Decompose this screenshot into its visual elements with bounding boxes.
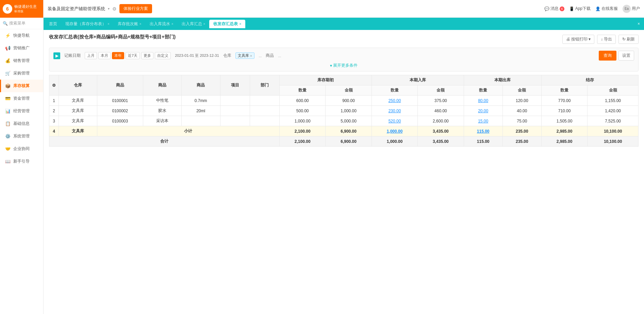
expand-conditions-button[interactable]: ▾ 展开更多条件 (53, 63, 634, 68)
row-out-qty[interactable]: 80.00 (464, 96, 502, 106)
system-icon: ⚙️ (5, 134, 11, 139)
tab-inout-flow[interactable]: 出入库流水 × (146, 20, 178, 28)
export-button[interactable]: ↓ 导出 (597, 35, 616, 44)
filter-row-1: ▶ 记账日期 上月 本月 本年 近7天 更多 自定义 2023-01-01 至 … (53, 51, 634, 61)
row-bal-qty: 710.00 (541, 106, 587, 116)
sidebar-item-guide[interactable]: 📖 新手引导 (0, 155, 43, 168)
trial-button[interactable]: 体验行业方案 (119, 4, 152, 13)
tab-label: 现存量（库存分布表） (65, 21, 106, 27)
date-btn-last-month[interactable]: 上月 (85, 52, 97, 59)
tab-inout-summary[interactable]: 出入库汇总 × (178, 20, 210, 28)
sidebar-item-label: 企业协同 (13, 146, 30, 152)
subtotal-in-qty[interactable]: 1,000.00 (371, 126, 417, 136)
col-in-header: 本期入库 (371, 75, 464, 85)
col-settings[interactable]: ⚙ (49, 75, 59, 96)
logo-icon: 6 (3, 4, 12, 14)
warehouse-tag-close[interactable]: × (250, 54, 252, 58)
subtotal-row: 4 文具库 小计 2,100.00 6,900.00 1,000.00 3,43… (49, 126, 639, 136)
subtotal-no: 4 (49, 126, 59, 136)
row-open-qty: 600.00 (280, 96, 326, 106)
date-btn-more[interactable]: 更多 (141, 52, 153, 59)
sidebar-item-inventory[interactable]: 📦 库存核算 (0, 80, 43, 92)
tab-close-icon[interactable]: × (203, 22, 205, 26)
row-open-amt: 5,000.00 (326, 116, 371, 126)
service-icon: 👤 (595, 6, 600, 11)
date-btn-this-year[interactable]: 本年 (112, 52, 124, 59)
tab-batch-account[interactable]: 库存批次账 × (114, 20, 146, 28)
row-in-qty[interactable]: 520.00 (371, 116, 417, 126)
subtotal-out-qty[interactable]: 115.00 (464, 126, 502, 136)
sidebar-item-shortcut[interactable]: ⚡ 快捷导航 (0, 29, 43, 42)
sidebar-item-label: 采购管理 (13, 70, 30, 76)
sidebar-item-sales[interactable]: 💰 销售管理 (0, 54, 43, 67)
row-bal-qty: 1,505.00 (541, 116, 587, 126)
app-download-item[interactable]: 📱 App下载 (569, 6, 591, 12)
notification-label: 消息 (550, 6, 559, 12)
marketing-icon: 📢 (5, 46, 11, 51)
tab-close-icon[interactable]: × (108, 22, 110, 26)
sidebar-search[interactable]: 🔍 搜索菜单 (0, 18, 43, 29)
page-title: 收发存汇总表(按仓库+商品编码+商品+规格型号+项目+部门) (49, 34, 176, 40)
refresh-button[interactable]: ↻ 刷新 (618, 35, 639, 44)
tab-close-icon[interactable]: × (171, 22, 174, 26)
dropdown-arrow-icon: ▾ (589, 37, 591, 42)
sidebar-item-label: 库存核算 (13, 83, 30, 89)
user-label: 用户 (632, 6, 640, 12)
date-btn-this-month[interactable]: 本月 (98, 52, 111, 59)
tab-close-icon[interactable]: × (139, 22, 142, 26)
search-label: 搜索菜单 (9, 20, 26, 26)
total-open-qty: 2,100.00 (280, 136, 326, 147)
online-service-item[interactable]: 👤 在线客服 (595, 6, 618, 12)
notification-badge: 6 (560, 6, 564, 11)
sidebar-item-basic[interactable]: 📋 基础信息 (0, 117, 43, 130)
settings-button[interactable]: 设置 (618, 51, 634, 61)
collab-icon: 🤝 (5, 146, 11, 151)
tab-close-icon[interactable]: × (239, 22, 241, 26)
col-out-header: 本期出库 (464, 75, 541, 85)
system-dropdown-icon[interactable]: ▾ (108, 7, 110, 11)
print-button[interactable]: 🖨 按钮打印 ▾ (562, 35, 594, 44)
table-row: 3 文具库 0100003 采访本 1,000.00 5,000.00 520.… (49, 116, 639, 126)
row-dept (250, 106, 279, 116)
user-item[interactable]: Ea 用户 (623, 5, 640, 13)
warehouse-more[interactable]: ... (259, 54, 262, 58)
sidebar-item-business[interactable]: 📊 经营管理 (0, 105, 43, 117)
sidebar-logo: 6 畅捷通好生意 标准版 (0, 0, 43, 18)
row-in-qty[interactable]: 250.00 (371, 96, 417, 106)
sidebar-item-system[interactable]: ⚙️ 系统管理 (0, 130, 43, 143)
col-warehouse-header: 仓库 (59, 75, 97, 96)
filter-area: ▶ 记账日期 上月 本月 本年 近7天 更多 自定义 2023-01-01 至 … (49, 48, 639, 71)
sidebar-item-purchase[interactable]: 🛒 采购管理 (0, 67, 43, 80)
notification-item[interactable]: 💬 消息 6 (544, 6, 564, 12)
tab-receive-summary[interactable]: 收发存汇总表 × (209, 20, 245, 28)
row-no: 3 (49, 116, 59, 126)
total-in-qty: 1,000.00 (371, 136, 417, 147)
goods-more[interactable]: ... (278, 54, 281, 58)
settings-icon[interactable]: ⚙ (112, 6, 117, 12)
row-goods-name: 中性笔 (143, 96, 182, 106)
query-button[interactable]: 查询 (599, 51, 616, 61)
basic-icon: 📋 (5, 121, 11, 126)
row-out-qty[interactable]: 20.00 (464, 106, 502, 116)
sidebar-item-label: 经营管理 (13, 108, 30, 114)
row-goods-spec: 20ml (181, 106, 220, 116)
tab-home-label: 首页 (49, 21, 57, 27)
tabs-bar: 首页 现存量（库存分布表） × 库存批次账 × 出入库流水 × 出入库汇总 × … (44, 18, 644, 30)
close-all-tabs-icon[interactable]: × (635, 21, 643, 26)
sidebar-item-label: 新手引导 (13, 159, 30, 164)
date-btn-7days[interactable]: 近7天 (126, 52, 140, 59)
row-in-qty[interactable]: 230.00 (371, 106, 417, 116)
warehouse-filter-label: 仓库 (223, 53, 231, 59)
expand-filter-button[interactable]: ▶ (53, 52, 60, 59)
sidebar-item-marketing[interactable]: 📢 营销推广 (0, 42, 43, 54)
sidebar-item-finance[interactable]: 💳 资金管理 (0, 92, 43, 105)
date-btn-custom[interactable]: 自定义 (155, 52, 171, 59)
col-opening-header: 库存期初 (280, 75, 372, 85)
tab-label: 出入库流水 (150, 21, 170, 27)
sidebar-item-collab[interactable]: 🤝 企业协同 (0, 143, 43, 155)
tab-home[interactable]: 首页 (45, 20, 61, 28)
subtotal-in-amt: 3,435.00 (418, 126, 464, 136)
row-out-qty[interactable]: 15.00 (464, 116, 502, 126)
tab-stock-distribution[interactable]: 现存量（库存分布表） × (61, 20, 114, 28)
row-goods-name: 胶水 (143, 106, 182, 116)
